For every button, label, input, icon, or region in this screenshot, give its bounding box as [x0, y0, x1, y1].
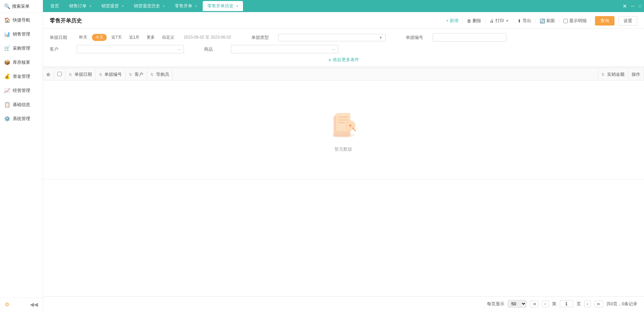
tab-retail-open[interactable]: 零售开单 ×	[170, 1, 202, 11]
filter-row-1: 单据日期 昨天 今天 近7天 近1月 更多 自定义 2023-06-02 至 2…	[50, 33, 637, 42]
query-button[interactable]: 查询	[595, 16, 614, 25]
th-date[interactable]: ⇅ 单据日期	[65, 69, 96, 81]
window-close-icon[interactable]: ✕	[623, 3, 627, 9]
th-customer[interactable]: ⇅ 客户	[126, 69, 147, 81]
refresh-button[interactable]: 🔄 刷新	[540, 18, 555, 24]
th-amount[interactable]: ⇅ 实销金额	[598, 69, 628, 81]
print-button[interactable]: 🖨 打印 ▼	[490, 18, 509, 24]
tab-sales-return-close[interactable]: ×	[121, 4, 123, 8]
window-maximize-icon[interactable]: □	[639, 4, 641, 8]
tab-sales-return-history-label: 销货退货历史	[134, 3, 160, 9]
customer-filter-label: 客户	[50, 46, 70, 52]
settings-bottom-icon[interactable]: ⚙	[5, 301, 9, 308]
first-page-button[interactable]: ⊲	[530, 301, 539, 307]
type-select[interactable]: ▼	[278, 34, 386, 41]
tab-sales-order[interactable]: 销售订单 ×	[64, 1, 96, 11]
date-btn-today[interactable]: 今天	[92, 34, 107, 41]
sidebar-item-label: 库存核算	[13, 59, 30, 65]
add-button[interactable]: + 新增	[446, 18, 458, 24]
tab-retail-history-close[interactable]: ×	[236, 4, 238, 8]
select-all-checkbox[interactable]	[57, 72, 62, 76]
per-page-select[interactable]: 50 100 200	[508, 300, 527, 308]
goods-input[interactable]	[234, 47, 332, 52]
sidebar-item-quick-nav[interactable]: 🏠 快捷导航	[0, 13, 43, 27]
sidebar-item-label: 采购管理	[13, 45, 30, 51]
last-page-button[interactable]: ⊳	[594, 301, 603, 307]
collapse-button[interactable]: ∧ 收起更多条件	[50, 57, 637, 63]
th-spacer	[172, 69, 598, 81]
sidebar-item-label: 快捷导航	[13, 17, 30, 23]
sidebar-item-sales-mgmt[interactable]: 📊 销售管理	[0, 27, 43, 41]
divider6	[591, 18, 591, 23]
print-arrow-icon: ▼	[505, 19, 509, 23]
tab-retail-open-close[interactable]: ×	[195, 4, 197, 8]
export-button[interactable]: ⬆ 导出	[517, 18, 531, 24]
finance-icon: 💰	[4, 73, 10, 80]
divider5	[559, 18, 559, 23]
th-date-label: 单据日期	[75, 72, 92, 77]
delete-button[interactable]: 🗑 删除	[467, 18, 481, 24]
window-minimize-icon[interactable]: —	[631, 4, 635, 8]
th-order-no[interactable]: ⇅ 单据编号	[95, 69, 126, 81]
sidebar-item-sys-mgmt[interactable]: ⚙️ 系统管理	[0, 112, 43, 126]
th-amount-label: 实销金额	[607, 72, 625, 77]
sidebar-item-inventory[interactable]: 📦 库存核算	[0, 55, 43, 69]
top-nav-right: ✕ — □	[623, 3, 641, 9]
sidebar-bottom: ⚙ ◀◀	[0, 298, 43, 311]
th-checkbox[interactable]	[54, 69, 65, 81]
date-btn-7days[interactable]: 近7天	[109, 34, 125, 41]
collapse-sidebar-icon[interactable]: ◀◀	[30, 301, 38, 308]
display-detail-check[interactable]	[563, 19, 568, 23]
add-label: + 新增	[446, 18, 458, 24]
divider4	[535, 18, 536, 23]
ops-icon: 📈	[4, 88, 10, 94]
goods-ellipsis-icon[interactable]: ···	[332, 47, 335, 52]
top-nav: 首页 销售订单 × 销货退货 × 销货退货历史 × 零售开单 × 零售开单历史 …	[43, 0, 644, 12]
page-input[interactable]	[560, 300, 573, 307]
sidebar-item-operations[interactable]: 📈 经营管理	[0, 84, 43, 98]
prev-page-button[interactable]: ‹	[542, 301, 549, 307]
page-label: 第	[552, 301, 556, 307]
tab-retail-history-label: 零售开单历史	[207, 3, 234, 9]
date-btn-more[interactable]: 更多	[144, 34, 157, 41]
empty-illustration	[327, 107, 360, 141]
date-btn-custom[interactable]: 自定义	[159, 34, 177, 41]
th-salesperson[interactable]: ⇅ 导购员	[147, 69, 172, 81]
box-icon: 📦	[4, 59, 10, 65]
date-btn-yesterday[interactable]: 昨天	[77, 34, 90, 41]
print-icon: 🖨	[490, 18, 494, 23]
sidebar-item-label: 基础信息	[13, 102, 30, 108]
tab-sales-return-history-close[interactable]: ×	[163, 4, 165, 8]
toolbar: + 新增 🗑 删除 🖨 打印 ▼ ⬆ 导出	[446, 16, 637, 25]
sidebar-item-basic-info[interactable]: 📋 基础信息	[0, 98, 43, 112]
next-page-button[interactable]: ›	[584, 301, 591, 307]
tab-sales-return-history[interactable]: 销货退货历史 ×	[129, 1, 169, 11]
divider2	[485, 18, 486, 23]
date-buttons: 昨天 今天 近7天 近1月 更多 自定义	[77, 34, 177, 41]
th-salesperson-label: 导购员	[156, 72, 169, 77]
goods-filter-label: 商品	[204, 46, 224, 52]
sidebar-item-purchase-mgmt[interactable]: 🛒 采购管理	[0, 41, 43, 55]
search-icon: 🔍	[4, 3, 10, 9]
th-settings[interactable]: ⚙	[43, 69, 54, 81]
display-detail-label: 显示明细	[569, 18, 587, 24]
orderno-input[interactable]	[433, 33, 506, 42]
sort-orderno-icon: ⇅	[99, 72, 102, 76]
sort-date-icon: ⇅	[69, 72, 72, 76]
settings-button[interactable]: 设置	[618, 16, 637, 25]
content-area: 零售开单历史 + 新增 🗑 删除 🖨 打印 ▼ ⬆	[43, 12, 644, 311]
sidebar-item-finance[interactable]: 💰 资金管理	[0, 69, 43, 84]
total-info: 共0页，0条记录	[606, 301, 637, 307]
th-action-label: 操作	[632, 72, 640, 77]
date-btn-1month[interactable]: 近1月	[127, 34, 142, 41]
customer-input[interactable]	[80, 47, 177, 52]
tab-retail-history[interactable]: 零售开单历史 ×	[203, 1, 243, 11]
tab-home[interactable]: 首页	[46, 1, 64, 11]
display-detail-checkbox[interactable]: 显示明细	[563, 18, 587, 24]
customer-ellipsis-icon[interactable]: ···	[177, 47, 181, 52]
tab-sales-return[interactable]: 销货退货 ×	[97, 1, 128, 11]
tab-sales-order-close[interactable]: ×	[89, 4, 91, 8]
page-unit: 页	[577, 301, 581, 307]
sidebar-item-label: 资金管理	[13, 73, 30, 80]
sidebar-search[interactable]: 🔍 搜索采单	[0, 0, 43, 13]
